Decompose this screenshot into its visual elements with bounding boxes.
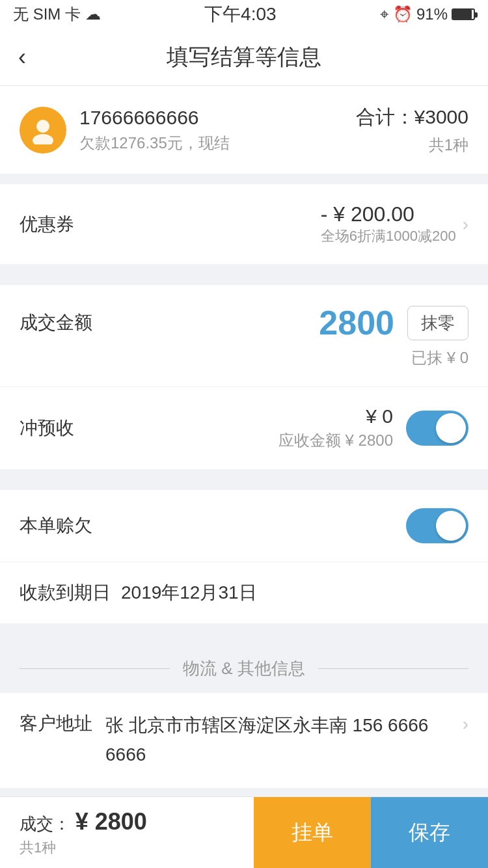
debt-label: 本单赊欠 [20,513,92,538]
status-bar: 无 SIM 卡 ☁ 下午4:03 ⌖ ⏰ 91% [0,0,488,29]
content-area: 17666666666 欠款1276.35元，现结 合计：¥3000 共1种 优… [0,86,488,868]
coupon-desc: 全场6折满1000减200 [321,226,456,246]
duedate-label: 收款到期日 [20,580,111,605]
page-title: 填写结算等信息 [167,42,321,72]
logistics-line-right [318,668,468,669]
prereceive-right: ¥ 0 应收金额 ¥ 2800 [278,405,468,451]
prereceive-section: 冲预收 ¥ 0 应收金额 ¥ 2800 [0,387,488,469]
coupon-label: 优惠券 [20,212,74,237]
logistics-text: 物流 & 其他信息 [183,657,305,680]
logistics-header: 物流 & 其他信息 [0,644,488,693]
prereceive-toggle[interactable] [406,411,468,446]
bottom-bar: 成交： ¥ 2800 共1种 挂单 保存 [0,796,488,868]
divider-3 [0,634,488,644]
sim-text: 无 SIM 卡 ☁ [13,4,101,25]
avatar [20,107,66,154]
nav-bar: ‹ 填写结算等信息 [0,29,488,86]
divider-1 [0,275,488,285]
prereceive-row: 冲预收 ¥ 0 应收金额 ¥ 2800 [20,405,468,451]
bottom-summary: 成交： ¥ 2800 共1种 [0,808,254,858]
user-info-row: 17666666666 欠款1276.35元，现结 合计：¥3000 共1种 [0,86,488,174]
debt-row: 本单赊欠 [20,508,468,543]
bottom-summary-price: ¥ 2800 [75,808,147,835]
suspend-button[interactable]: 挂单 [254,797,371,869]
duedate-row: 收款到期日 2019年12月31日 [20,580,468,605]
back-button[interactable]: ‹ [18,44,26,71]
save-button[interactable]: 保存 [371,797,488,869]
bottom-summary-label: 成交： [20,814,70,834]
coupon-chevron-icon: › [463,214,468,235]
round-button[interactable]: 抹零 [407,306,468,340]
amount-sub: 已抹 ¥ 0 [20,347,468,368]
status-right: ⌖ ⏰ 91% [380,5,475,23]
address-chevron-icon: › [463,714,468,735]
battery-text: 91% [416,5,448,23]
coupon-discount: - ¥ 200.00 [321,202,456,226]
prereceive-label: 冲预收 [20,416,74,441]
address-section[interactable]: 客户地址 张 北京市市辖区海淀区永丰南 156 6666 6666 › [0,693,488,788]
user-debt: 欠款1276.35元，现结 [79,133,356,154]
user-phone: 17666666666 [79,107,356,129]
prereceive-amount: ¥ 0 应收金额 ¥ 2800 [278,405,393,451]
svg-point-1 [33,134,53,144]
coupon-right: - ¥ 200.00 全场6折满1000减200 › [321,202,468,246]
location-icon: ⌖ [380,5,389,23]
duedate-section: 收款到期日 2019年12月31日 [0,562,488,623]
status-left: 无 SIM 卡 ☁ [13,4,101,25]
coupon-row[interactable]: 优惠券 - ¥ 200.00 全场6折满1000减200 › [0,184,488,264]
bottom-summary-count: 共1种 [20,838,234,858]
amount-label: 成交金额 [20,310,92,335]
address-row: 客户地址 张 北京市市辖区海淀区永丰南 156 6666 6666 › [20,711,468,770]
logistics-line-left [20,668,170,669]
bottom-summary-line1: 成交： ¥ 2800 [20,808,234,835]
debt-section: 本单赊欠 [0,490,488,562]
debt-toggle[interactable] [406,508,468,543]
prereceive-value: ¥ 0 [278,405,393,427]
status-time: 下午4:03 [204,2,277,27]
divider-2 [0,480,488,490]
user-total: 合计：¥3000 共1种 [356,104,468,156]
alarm-icon: ⏰ [393,5,413,23]
amount-section: 成交金额 2800 抹零 已抹 ¥ 0 [0,285,488,387]
amount-row: 成交金额 2800 抹零 [20,303,468,342]
user-details: 17666666666 欠款1276.35元，现结 [79,107,356,154]
amount-right: 2800 抹零 [319,303,468,342]
address-content: 张 北京市市辖区海淀区永丰南 156 6666 6666 [105,711,463,770]
duedate-value: 2019年12月31日 [121,580,257,605]
battery-icon [452,8,475,20]
total-amount: 合计：¥3000 [356,104,468,131]
prereceive-desc: 应收金额 ¥ 2800 [278,430,393,451]
total-count: 共1种 [356,135,468,156]
address-label: 客户地址 [20,711,92,736]
amount-value: 2800 [319,303,394,342]
svg-point-0 [36,120,49,133]
